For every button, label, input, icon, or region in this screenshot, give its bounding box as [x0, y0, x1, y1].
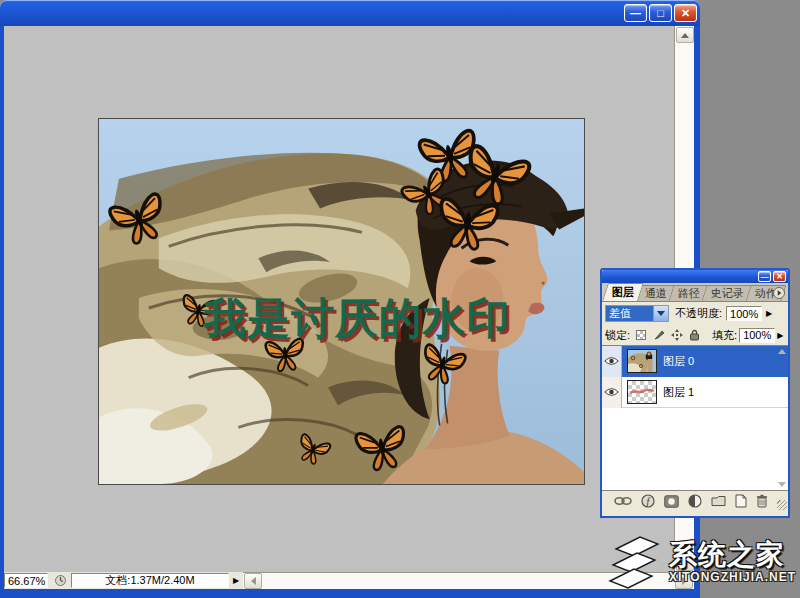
- new-layer-icon: [735, 494, 747, 508]
- layer-list: 图层 0 图层 1: [602, 345, 788, 491]
- palette-bottom-bar: f: [602, 491, 788, 511]
- eye-icon: [604, 356, 619, 366]
- layer-thumbnail[interactable]: [627, 380, 657, 404]
- palette-minimize-button[interactable]: —: [758, 271, 771, 282]
- layer-row-0[interactable]: 图层 0: [602, 346, 788, 377]
- layer-name[interactable]: 图层 1: [663, 385, 694, 400]
- scroll-up-icon[interactable]: [676, 27, 694, 43]
- site-logo-icon: [605, 532, 667, 592]
- layers-palette: — ✕ 图层 通道 路径 史记录 动作 差值 不透明度: 100% ▶ 锁定:: [600, 268, 790, 518]
- opacity-spinner-icon[interactable]: ▶: [766, 309, 772, 318]
- lock-pixels-button[interactable]: [651, 328, 666, 342]
- layer-visibility-toggle[interactable]: [602, 377, 622, 408]
- blend-mode-row: 差值 不透明度: 100% ▶: [602, 302, 788, 325]
- lock-row: 锁定: 填充: 100% ▶: [602, 325, 788, 345]
- window-border-bottom: [0, 589, 700, 598]
- site-watermark: 系统之家 XITONGZHIJIA.NET: [605, 532, 796, 592]
- layer-visibility-toggle[interactable]: [602, 346, 622, 377]
- document-workspace: 我是讨厌的水印 我是讨厌的水印: [4, 26, 674, 572]
- fill-spinner-icon[interactable]: ▶: [777, 331, 783, 340]
- layer-row-1[interactable]: 图层 1: [602, 377, 788, 408]
- image-watermark-text: 我是讨厌的水印: [203, 294, 511, 342]
- folder-icon: [711, 495, 726, 507]
- new-layer-button[interactable]: [735, 494, 747, 508]
- panel-menu-arrow-icon: [777, 290, 781, 296]
- layer-style-icon: f: [641, 494, 655, 508]
- list-scroll-down-icon[interactable]: [778, 482, 786, 487]
- photo-image: 我是讨厌的水印 我是讨厌的水印: [99, 119, 584, 484]
- site-title: 系统之家: [669, 540, 796, 570]
- palette-titlebar[interactable]: — ✕: [602, 270, 788, 283]
- brush-icon: [653, 329, 665, 341]
- adjustment-layer-icon: [688, 494, 702, 508]
- combo-dropdown-icon[interactable]: [653, 306, 668, 321]
- panel-menu-button[interactable]: [773, 287, 785, 299]
- opacity-label: 不透明度:: [675, 306, 722, 321]
- list-scroll-up-icon[interactable]: [778, 349, 786, 354]
- trash-icon: [756, 494, 768, 508]
- window-minimize-button[interactable]: —: [624, 4, 647, 22]
- opacity-field[interactable]: 100%: [726, 306, 762, 321]
- zoom-level-field[interactable]: 66.67%: [4, 573, 48, 588]
- move-icon: [671, 329, 683, 341]
- padlock-icon: [689, 329, 700, 341]
- fill-field[interactable]: 100%: [739, 328, 775, 343]
- lock-position-button[interactable]: [669, 328, 684, 342]
- link-layers-button[interactable]: [614, 496, 632, 506]
- lock-label: 锁定:: [605, 328, 630, 343]
- status-clock-icon: [54, 574, 67, 587]
- blend-mode-select[interactable]: 差值: [605, 305, 669, 322]
- status-menu-arrow-button[interactable]: ▶: [229, 573, 243, 588]
- window-close-button[interactable]: ✕: [674, 4, 697, 22]
- eye-icon: [604, 387, 619, 397]
- layer-mask-icon: [664, 495, 679, 508]
- new-group-button[interactable]: [711, 495, 726, 507]
- delete-layer-button[interactable]: [756, 494, 768, 508]
- window-maximize-button[interactable]: □: [649, 4, 672, 22]
- layer-name[interactable]: 图层 0: [663, 354, 694, 369]
- window-titlebar[interactable]: — □ ✕: [0, 0, 700, 26]
- photoshop-window: — □ ✕: [0, 0, 700, 598]
- fill-label: 填充:: [712, 328, 737, 343]
- add-layer-mask-button[interactable]: [664, 495, 679, 508]
- document-canvas[interactable]: 我是讨厌的水印 我是讨厌的水印: [98, 118, 585, 485]
- tab-layers[interactable]: 图层: [602, 283, 644, 301]
- palette-resize-grip[interactable]: [777, 500, 787, 510]
- palette-tabs: 图层 通道 路径 史记录 动作: [602, 283, 788, 302]
- transparency-icon: [636, 330, 646, 340]
- layer-style-button[interactable]: f: [641, 494, 655, 508]
- lock-all-button[interactable]: [687, 328, 702, 342]
- status-bar: 66.67% 文档:1.37M/2.40M ▶: [4, 572, 694, 589]
- palette-close-button[interactable]: ✕: [773, 271, 786, 282]
- blend-mode-value: 差值: [606, 306, 653, 321]
- document-size-field[interactable]: 文档:1.37M/2.40M: [71, 573, 229, 588]
- layer-thumbnail[interactable]: [627, 349, 657, 373]
- scroll-left-icon[interactable]: [244, 573, 262, 589]
- lock-transparency-button[interactable]: [633, 328, 648, 342]
- site-url: XITONGZHIJIA.NET: [669, 570, 796, 584]
- layer-list-scrollbar[interactable]: [776, 346, 788, 490]
- link-icon: [614, 496, 632, 506]
- adjustment-layer-button[interactable]: [688, 494, 702, 508]
